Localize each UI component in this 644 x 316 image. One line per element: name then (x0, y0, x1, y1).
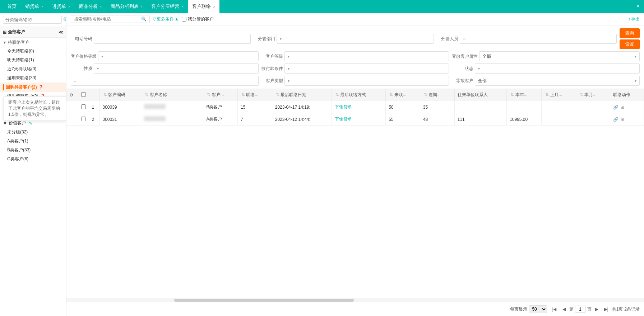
th-unit-contact[interactable]: 往来单位联系人 (454, 89, 507, 101)
filter-manager-input[interactable]: ··· (460, 34, 617, 44)
row-checkbox[interactable] (81, 104, 86, 109)
close-analysis-icon[interactable]: × (100, 5, 102, 9)
sidebar-item-overdue-pending[interactable]: 逾期未联络(30) (0, 74, 66, 82)
filter-status-input[interactable]: ▾ (475, 63, 640, 74)
filter-dept-input[interactable]: ▾ (277, 34, 434, 44)
nav-home[interactable]: 首页 (3, 0, 21, 13)
chevron-up-icon: ▲ (175, 16, 179, 22)
filter-more-dots-input[interactable]: ... (71, 76, 259, 86)
filter-row-2: 客户价格等级 ▾ 客户等级 ▾ 零散客户属性 全部 ▾ (71, 51, 640, 61)
arrow-down-icon2: ▼ (3, 121, 7, 126)
horizontal-scrollbar[interactable] (66, 298, 644, 302)
sidebar-all-customers-header[interactable]: ⊞ 全部客户 ≪ (0, 27, 66, 38)
filter-manager-field: 分管人员 ··· (437, 34, 617, 44)
th-last-month[interactable]: ⇅ 上月... (541, 89, 576, 101)
filter-phone-input[interactable] (94, 34, 251, 44)
row-code: 000031 (99, 113, 141, 126)
collapse-sidebar-icon[interactable]: ≪ (59, 30, 63, 35)
row-settings-cell (66, 101, 78, 113)
sidebar-item-7day-pending[interactable]: 近7天待联络(0) (0, 65, 66, 74)
filter-customer-type-field: 客户类型 ▾ (261, 76, 449, 86)
main-search-input[interactable] (74, 16, 141, 22)
th-this-month[interactable]: ⇅ 本月... (576, 89, 610, 101)
nav-analysis-list[interactable]: 商品分析列表 × (106, 0, 147, 13)
filter-retail-customer-input[interactable]: 全部 ▾ (475, 76, 640, 86)
sidebar-item-b-class[interactable]: B类客户(33) (0, 146, 66, 155)
row-unit-contact: 111 (454, 113, 507, 126)
row-name (141, 113, 203, 126)
close-customer-tier-icon[interactable]: × (181, 5, 184, 9)
action-link-icon[interactable]: 🔗 (613, 105, 618, 110)
close-analysis-list-icon[interactable]: × (141, 5, 143, 9)
tree-group-pending[interactable]: ▼ 待联络客户 (0, 38, 66, 47)
first-page-button[interactable]: |◀ (550, 306, 559, 312)
settings-button[interactable]: 设置 (620, 39, 640, 49)
edit-group-icon[interactable]: ✎ (29, 121, 32, 126)
nav-purchase[interactable]: 进货单 × (48, 0, 75, 13)
filter-row-4: ... 客户类型 ▾ 零散客户 全部 ▾ (71, 76, 640, 86)
next-page-button[interactable]: ▶ (593, 306, 601, 312)
row-last-month (541, 101, 576, 113)
close-all-tabs-button[interactable]: × (636, 3, 640, 10)
row-last-contact-method[interactable]: 下销货单 (332, 101, 385, 113)
export-button[interactable]: ↑ 导出 (628, 16, 640, 22)
more-conditions-button[interactable]: ▽ 更多条件 ▲ (153, 16, 179, 22)
action-link-icon[interactable]: 🔗 (613, 117, 618, 122)
th-code[interactable]: ⇅ 客户编码 (99, 89, 141, 101)
select-all-checkbox[interactable] (81, 92, 86, 97)
filter-payment-input[interactable]: ▾ (284, 63, 449, 74)
sidebar-item-rebuy-anomaly[interactable]: 回购异常客户(2) ❓ (0, 82, 66, 92)
sidebar-search-input[interactable] (3, 16, 62, 24)
th-contact[interactable]: ⇅ 联络... (238, 89, 272, 101)
sidebar-item-today-pending[interactable]: 今天待联络(0) (0, 47, 66, 56)
contact-method-link[interactable]: 下销货单 (335, 117, 352, 122)
customer-type-arrow: ▾ (288, 79, 289, 83)
scrollbar-thumb[interactable] (174, 299, 354, 302)
sidebar-item-c-class[interactable]: C类客户(6) (0, 155, 66, 164)
th-this-year[interactable]: ⇅ 本年... (507, 89, 542, 101)
nav-analysis[interactable]: 商品分析 × (75, 0, 106, 13)
nav-sales[interactable]: 销货单 × (21, 0, 48, 13)
action-grid-icon[interactable]: ⊞ (621, 117, 624, 122)
prev-page-button[interactable]: ◀ (560, 306, 568, 312)
action-grid-icon[interactable]: ⊞ (621, 105, 624, 110)
filter-retail-attr-input[interactable]: 全部 ▾ (479, 51, 640, 61)
filter-grade-input[interactable]: ▾ (284, 51, 449, 61)
my-customers-checkbox[interactable] (182, 17, 186, 22)
sidebar-item-a-class[interactable]: A类客户(1) (0, 137, 66, 146)
filter-gender-input[interactable]: ▾ (94, 63, 259, 74)
filter-price-grade-input[interactable]: ▾ (98, 51, 259, 61)
filter-customer-type-input[interactable]: ▾ (284, 76, 449, 86)
page-number-input[interactable] (575, 306, 586, 313)
close-sales-icon[interactable]: × (41, 5, 43, 9)
th-last-contact-method[interactable]: ⇅ 最后联络方式 (332, 89, 385, 101)
help-icon[interactable]: ❓ (38, 85, 43, 90)
settings-icon[interactable]: ⚙ (69, 93, 73, 98)
row-this-month (576, 113, 610, 126)
close-purchase-icon[interactable]: × (68, 5, 70, 9)
sidebar-item-unclassified[interactable]: 未分组(32) (0, 128, 66, 137)
th-last-contact-date[interactable]: ⇅ 最后联络日期 (272, 89, 332, 101)
data-table-wrapper: ⚙ ⇅ 客户编码 ⇅ 客户名称 (66, 89, 644, 298)
nav-customer-tier[interactable]: 客户分层经营 × (147, 0, 188, 13)
dept-dropdown-arrow: ▾ (280, 37, 282, 41)
row-settings-cell (66, 113, 78, 126)
row-this-month (576, 101, 610, 113)
th-overdue[interactable]: ⇅ 逾期... (420, 89, 454, 101)
contact-method-link[interactable]: 下销货单 (335, 104, 352, 109)
last-page-button[interactable]: ▶| (602, 306, 611, 312)
main-search-icon[interactable]: 🔍 (141, 16, 147, 22)
th-grade[interactable]: ⇅ 客户... (203, 89, 238, 101)
sidebar-item-tomorrow-pending[interactable]: 明天待联络(1) (0, 56, 66, 65)
query-button[interactable]: 查询 (620, 28, 640, 38)
row-last-contact-method[interactable]: 下销货单 (332, 113, 385, 126)
sidebar-search-icon[interactable]: 🔍 (63, 17, 66, 22)
th-settings[interactable]: ⚙ (66, 89, 78, 101)
row-overdue: 35 (420, 101, 454, 113)
th-uncontacted[interactable]: ⇅ 未联... (386, 89, 420, 101)
row-checkbox[interactable] (81, 117, 86, 121)
per-page-select[interactable]: 102050100 (529, 305, 547, 313)
th-name[interactable]: ⇅ 客户名称 (141, 89, 203, 101)
close-customer-contact-icon[interactable]: × (213, 5, 215, 9)
nav-customer-contact[interactable]: 客户联络 × (188, 0, 219, 13)
